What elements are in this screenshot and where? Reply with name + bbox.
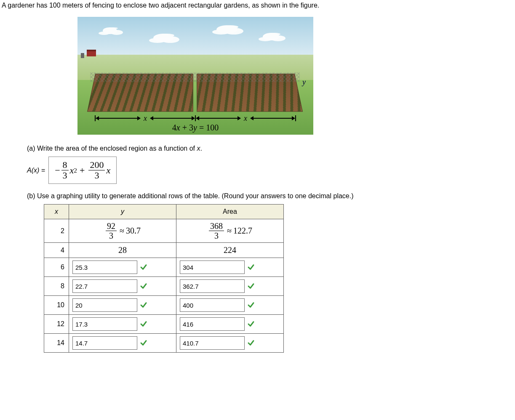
- y-input[interactable]: [72, 336, 137, 350]
- dim-arrow-left: [96, 118, 140, 119]
- area-cell: [176, 296, 284, 315]
- part-a-prompt-prefix: (a) Write the area of the enclosed regio…: [27, 145, 197, 152]
- checkmark-icon: [140, 263, 147, 271]
- y-cell: 923≈30.7: [69, 219, 176, 243]
- checkmark-icon: [247, 301, 255, 309]
- given-value: 3683≈122.7: [208, 222, 252, 240]
- col-header-y: y: [69, 205, 176, 219]
- given-value: 28: [118, 245, 127, 255]
- garden-plots: [85, 74, 305, 112]
- figure-container: y x x 4x + 3y = 100: [77, 17, 515, 135]
- minus-sign: −: [55, 165, 60, 176]
- table-row: 10: [44, 296, 284, 315]
- x-cell: 8: [44, 277, 69, 296]
- numerator: 8: [61, 160, 69, 170]
- dim-arrow-left: [150, 118, 195, 119]
- problem-intro: A gardener has 100 meters of fencing to …: [2, 2, 515, 9]
- x-cell: 4: [44, 243, 69, 258]
- x-cell: 14: [44, 334, 69, 353]
- part-a: (a) Write the area of the enclosed regio…: [27, 145, 515, 184]
- x-dimension-label: x: [244, 114, 247, 123]
- dim-arrow-right: [251, 118, 295, 119]
- fraction-200-over-3: 200 3: [88, 160, 105, 180]
- checkmark-icon: [247, 320, 255, 328]
- area-input[interactable]: [180, 298, 245, 312]
- garden-figure: y x x 4x + 3y = 100: [77, 17, 313, 135]
- area-cell: [176, 277, 284, 296]
- part-b-prompt: (b) Use a graphing utility to generate a…: [27, 192, 515, 200]
- x-cell: 10: [44, 296, 69, 315]
- area-input[interactable]: [180, 279, 245, 293]
- given-value: 923≈30.7: [104, 222, 141, 240]
- x-var: x: [106, 165, 110, 176]
- y-input[interactable]: [72, 279, 137, 293]
- table-row: 14: [44, 334, 284, 353]
- col-header-x: x: [44, 205, 69, 219]
- col-header-area: Area: [176, 205, 284, 219]
- area-input[interactable]: [180, 336, 245, 350]
- table-row: 428224: [44, 243, 284, 258]
- plus-sign: +: [80, 165, 85, 176]
- y-input[interactable]: [72, 317, 137, 331]
- values-table: x y Area 2923≈30.73683≈122.7428224681012…: [44, 204, 284, 353]
- part-b: (b) Use a graphing utility to generate a…: [27, 192, 515, 353]
- cloud-icon: [263, 33, 280, 40]
- table-row: 6: [44, 258, 284, 277]
- barn-icon: [87, 50, 96, 56]
- area-function-answer[interactable]: − 8 3 x2 + 200 3 x: [48, 157, 117, 184]
- checkmark-icon: [247, 282, 255, 290]
- x-dimension-label: x: [144, 114, 147, 123]
- dim-arrow-right: [196, 118, 240, 119]
- exponent-2: 2: [74, 167, 77, 174]
- function-label: A(x) =: [27, 167, 45, 174]
- cloud-icon: [103, 27, 117, 34]
- area-cell: [176, 315, 284, 334]
- checkmark-icon: [247, 263, 255, 271]
- garden-bed-right: [197, 74, 303, 112]
- checkmark-icon: [140, 339, 147, 347]
- denominator: 3: [63, 170, 67, 180]
- checkmark-icon: [247, 339, 255, 347]
- x-dimension-row: x x: [94, 114, 296, 122]
- checkmark-icon: [140, 301, 147, 309]
- checkmark-icon: [140, 320, 147, 328]
- y-cell: [69, 296, 176, 315]
- given-value: 224: [224, 245, 236, 255]
- y-dimension-label: y: [302, 78, 306, 87]
- cloud-icon: [216, 25, 237, 34]
- part-a-prompt-suffix: .: [200, 145, 202, 152]
- y-cell: [69, 277, 176, 296]
- table-row: 8: [44, 277, 284, 296]
- fraction-8-over-3: 8 3: [61, 160, 69, 180]
- area-input[interactable]: [180, 317, 245, 331]
- x-var: x: [70, 165, 74, 176]
- table-row: 2923≈30.73683≈122.7: [44, 219, 284, 243]
- x-cell: 2: [44, 219, 69, 243]
- table-row: 12: [44, 315, 284, 334]
- silo-icon: [81, 53, 84, 58]
- numerator: 200: [88, 160, 105, 170]
- area-input[interactable]: [180, 261, 245, 274]
- area-cell: [176, 334, 284, 353]
- denominator: 3: [94, 170, 99, 180]
- y-cell: [69, 315, 176, 334]
- area-cell: 3683≈122.7: [176, 219, 284, 243]
- part-a-prompt: (a) Write the area of the enclosed regio…: [27, 145, 515, 152]
- x-cell: 12: [44, 315, 69, 334]
- part-a-var: x: [197, 145, 200, 152]
- checkmark-icon: [140, 282, 147, 290]
- cloud-icon: [153, 34, 173, 42]
- area-cell: [176, 258, 284, 277]
- garden-bed-left: [87, 74, 193, 112]
- constraint-equation: 4x + 3y = 100: [77, 123, 313, 133]
- y-input[interactable]: [72, 298, 137, 312]
- dim-tick: [295, 115, 296, 121]
- y-cell: [69, 258, 176, 277]
- y-cell: [69, 334, 176, 353]
- x-cell: 6: [44, 258, 69, 277]
- area-cell: 224: [176, 243, 284, 258]
- y-input[interactable]: [72, 261, 137, 274]
- y-cell: 28: [69, 243, 176, 258]
